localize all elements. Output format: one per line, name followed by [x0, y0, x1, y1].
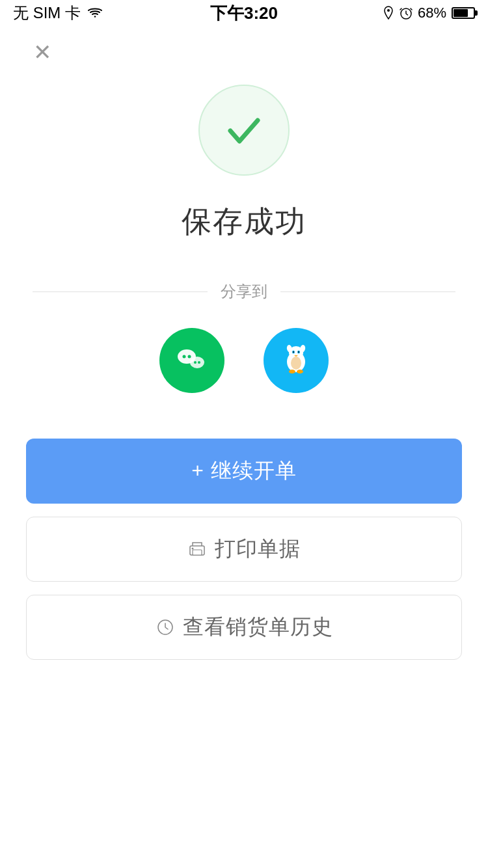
location-icon [383, 6, 394, 20]
battery-icon [452, 7, 475, 19]
main-content: 保存成功 分享到 [0, 26, 488, 660]
divider-right [280, 292, 455, 292]
wifi-icon [86, 7, 104, 20]
continue-order-button[interactable]: + 继续开单 [26, 439, 462, 504]
share-section: 分享到 [0, 281, 488, 393]
status-time: 下午3:20 [210, 2, 278, 25]
qq-share-button[interactable] [264, 328, 329, 393]
svg-point-12 [293, 351, 294, 353]
share-icons-row [33, 328, 455, 393]
svg-point-21 [192, 548, 194, 550]
svg-point-0 [387, 9, 390, 12]
wechat-icon [172, 341, 211, 380]
svg-point-5 [190, 357, 204, 368]
svg-point-13 [298, 351, 299, 353]
view-history-button[interactable]: 查看销货单历史 [26, 595, 462, 660]
divider-left [33, 292, 208, 292]
svg-point-3 [183, 355, 186, 359]
battery-percentage: 68% [418, 5, 446, 21]
svg-point-6 [194, 361, 197, 364]
close-button[interactable]: ✕ [26, 36, 59, 68]
history-icon [156, 617, 175, 637]
svg-point-15 [289, 370, 295, 373]
svg-point-16 [297, 370, 303, 373]
carrier-text: 无 SIM 卡 [13, 3, 81, 23]
alarm-icon [400, 6, 413, 20]
wechat-share-button[interactable] [159, 328, 224, 393]
svg-rect-20 [193, 550, 202, 555]
success-title: 保存成功 [182, 202, 306, 242]
qq-icon [277, 341, 316, 380]
close-icon: ✕ [33, 41, 51, 63]
success-circle [198, 85, 290, 176]
share-label: 分享到 [221, 281, 267, 302]
continue-order-label: + 继续开单 [191, 457, 297, 485]
print-icon [187, 539, 207, 559]
history-label: 查看销货单历史 [183, 613, 333, 642]
svg-point-14 [291, 357, 301, 370]
print-receipt-button[interactable]: 打印单据 [26, 517, 462, 582]
checkmark-icon [221, 107, 267, 153]
svg-point-7 [198, 361, 200, 364]
print-label: 打印单据 [215, 535, 301, 563]
action-buttons: + 继续开单 打印单据 查看销货单历史 [0, 439, 488, 660]
svg-point-4 [188, 355, 191, 359]
status-right: 68% [383, 5, 475, 21]
status-bar: 无 SIM 卡 下午3:20 68% [0, 0, 488, 26]
share-divider: 分享到 [33, 281, 455, 302]
status-left: 无 SIM 卡 [13, 3, 104, 23]
